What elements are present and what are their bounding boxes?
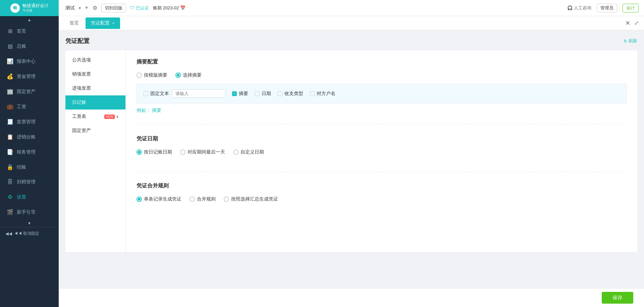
admin-button[interactable]: 管理员 — [597, 4, 617, 12]
config-menu-item-purchase-invoice[interactable]: 进项发票 — [65, 81, 125, 95]
calendar-icon[interactable]: 📅 — [180, 5, 185, 10]
checkbox-fixed-text[interactable]: 固定文本 — [144, 91, 169, 97]
sidebar-item-tax[interactable]: 📑 税务管理 — [0, 144, 59, 160]
topbar-right: 🎧 人工咨询 管理员 会计 — [567, 4, 639, 12]
main-layout: ▲ ⊞ 首页 ▤ 总账 📊 报表中心 💰 资金管理 🏢 固定资产 💼 工资 🧾 … — [0, 16, 644, 307]
radio-circle-merge-rules — [190, 196, 195, 202]
summary-radio-template[interactable]: 按模版摘要 — [137, 72, 167, 78]
checkbox-income-type[interactable]: 收支类型 — [278, 91, 303, 97]
consult-button[interactable]: 🎧 人工咨询 — [567, 5, 591, 11]
merge-radio-single[interactable]: 单条记录生成凭证 — [137, 196, 181, 202]
project-name: 测试 — [65, 5, 75, 11]
checkbox-date[interactable]: 日期 — [255, 91, 271, 97]
summary-section: 摘要配置 按模版摘要 选择摘要 — [137, 58, 627, 125]
fixed-text-group: 固定文本 — [144, 89, 225, 98]
config-menu-item-public[interactable]: 公共选项 — [65, 53, 125, 67]
config-layout: 公共选项 销项发票 进项发票 日记账 工资表 NEW — [65, 50, 637, 252]
merge-section: 凭证合并规则 单条记录生成凭证 合并规则 — [137, 182, 627, 218]
sidebar-item-label: 设置 — [17, 194, 26, 200]
date-radio-journal[interactable]: 按日记账日期 — [137, 149, 172, 155]
date-radio-custom[interactable]: 自定义日期 — [233, 149, 264, 155]
page-content: 凭证配置 ↻ 刷新 公共选项 销项发票 进项发票 — [59, 30, 644, 288]
checkbox-summary[interactable]: ✓ 摘要 — [232, 91, 248, 97]
merge-radio-group: 单条记录生成凭证 合并规则 按照选择汇总生成凭证 — [137, 196, 627, 202]
sidebar-item-archive[interactable]: 🗄 归档管理 — [0, 175, 59, 189]
checkbox-fixed-text-box — [144, 91, 148, 96]
sidebar-item-settings[interactable]: ⚙ 设置 — [0, 189, 59, 205]
cancel-fixed-button[interactable]: ◀◀ ◀◀ 取消固定 — [0, 227, 59, 240]
cert-icon: 🛡 — [130, 5, 135, 10]
page-title: 凭证配置 — [65, 37, 90, 45]
sidebar-item-closing[interactable]: 🔒 结账 — [0, 160, 59, 175]
checkbox-date-box — [255, 91, 260, 96]
reports-icon: 📊 — [7, 58, 13, 64]
sidebar-item-guide[interactable]: 🎬 新手引导 — [0, 205, 59, 220]
tab-bar: 首页 凭证配置 × ✕ ⤢ — [59, 16, 644, 30]
sidebar-item-label: 税务管理 — [17, 149, 36, 155]
cancel-fixed-label: ◀◀ 取消固定 — [14, 231, 39, 236]
sidebar-item-invoices[interactable]: 🧾 发票管理 — [0, 114, 59, 129]
content-area: 首页 凭证配置 × ✕ ⤢ 凭证配置 ↻ 刷新 — [59, 16, 644, 307]
checkbox-summary-box: ✓ — [232, 91, 237, 96]
config-menu-item-payroll-table[interactable]: 工资表 NEW ∨ — [65, 109, 125, 124]
tab-voucher-config[interactable]: 凭证配置 × — [86, 17, 120, 29]
settings-icon: ⚙ — [7, 194, 13, 200]
archive-icon: 🗄 — [7, 179, 13, 185]
date-radio-period-last[interactable]: 对应期间最后一天 — [180, 149, 225, 155]
home-icon: ⊞ — [7, 28, 13, 34]
checkbox-income-type-box — [278, 91, 282, 96]
sidebar-scroll-down[interactable]: ▼ — [0, 220, 59, 227]
cert-status: 🛡 已认证 — [130, 5, 149, 11]
refresh-button[interactable]: ↻ 刷新 — [624, 38, 637, 44]
old-version-button[interactable]: 切到旧版 — [101, 4, 126, 12]
tab-close-icon[interactable]: × — [112, 21, 115, 26]
radio-circle-custom-date — [233, 149, 238, 155]
invoices-icon: 🧾 — [7, 119, 13, 125]
merge-radio-summary[interactable]: 按照选择汇总生成凭证 — [224, 196, 278, 202]
config-menu-item-journal[interactable]: 日记账 — [65, 95, 125, 109]
sidebar-item-payroll[interactable]: 💼 工资 — [0, 99, 59, 114]
accountant-button[interactable]: 会计 — [623, 4, 639, 12]
sidebar-item-ledger[interactable]: ▤ 总账 — [0, 39, 59, 54]
sidebar-item-assets[interactable]: 🏢 固定资产 — [0, 84, 59, 99]
settings-gear-icon[interactable]: ⚙ — [93, 5, 97, 11]
sidebar-item-sales[interactable]: 📋 进销台账 — [0, 129, 59, 144]
sales-icon: 📋 — [7, 134, 13, 140]
radio-circle-select — [175, 73, 181, 78]
config-menu-item-sales-invoice[interactable]: 销项发票 — [65, 67, 125, 81]
merge-radio-rules[interactable]: 合并规则 — [190, 196, 216, 202]
closing-icon: 🔒 — [7, 164, 13, 170]
add-project-icon[interactable]: + — [85, 4, 89, 11]
sidebar-item-home[interactable]: ⊞ 首页 — [0, 24, 59, 39]
summary-radio-group: 按模版摘要 选择摘要 — [137, 72, 627, 78]
payroll-icon: 💼 — [7, 103, 13, 110]
sidebar-item-label: 新手引导 — [17, 209, 36, 215]
project-chevron-icon[interactable]: ▾ — [79, 6, 81, 10]
sidebar-item-funds[interactable]: 💰 资金管理 — [0, 69, 59, 84]
cancel-fixed-icon: ◀◀ — [5, 231, 12, 236]
sidebar-item-label: 首页 — [17, 28, 26, 34]
sidebar-scroll-up[interactable]: ▲ — [0, 16, 59, 24]
config-panel: 摘要配置 按模版摘要 选择摘要 — [126, 50, 637, 252]
tab-expand-button[interactable]: ⤢ — [634, 20, 639, 26]
merge-title: 凭证合并规则 — [137, 182, 627, 189]
config-menu: 公共选项 销项发票 进项发票 日记账 工资表 NEW — [65, 50, 126, 252]
summary-radio-select[interactable]: 选择摘要 — [175, 72, 202, 78]
sidebar-item-reports[interactable]: 📊 报表中心 — [0, 54, 59, 69]
tab-close-button[interactable]: ✕ — [625, 19, 630, 27]
summary-title: 摘要配置 — [137, 58, 627, 65]
sidebar-item-label: 工资 — [17, 104, 26, 110]
sidebar-item-label: 进销台账 — [17, 134, 36, 140]
config-menu-item-fixed-assets[interactable]: 固定资产 — [65, 124, 125, 138]
radio-circle-single — [137, 196, 142, 202]
sidebar-item-label: 资金管理 — [17, 74, 36, 80]
save-button[interactable]: 保存 — [602, 292, 633, 304]
checkbox-counterparty-box — [310, 91, 315, 96]
tab-home[interactable]: 首页 — [64, 17, 84, 29]
bottom-bar: 保存 — [59, 288, 644, 307]
sidebar-item-label: 结账 — [17, 164, 26, 170]
assets-icon: 🏢 — [7, 88, 13, 95]
fixed-text-input[interactable] — [172, 89, 225, 98]
checkbox-counterparty[interactable]: 对方户名 — [310, 91, 335, 97]
radio-circle-period-last — [180, 149, 185, 155]
